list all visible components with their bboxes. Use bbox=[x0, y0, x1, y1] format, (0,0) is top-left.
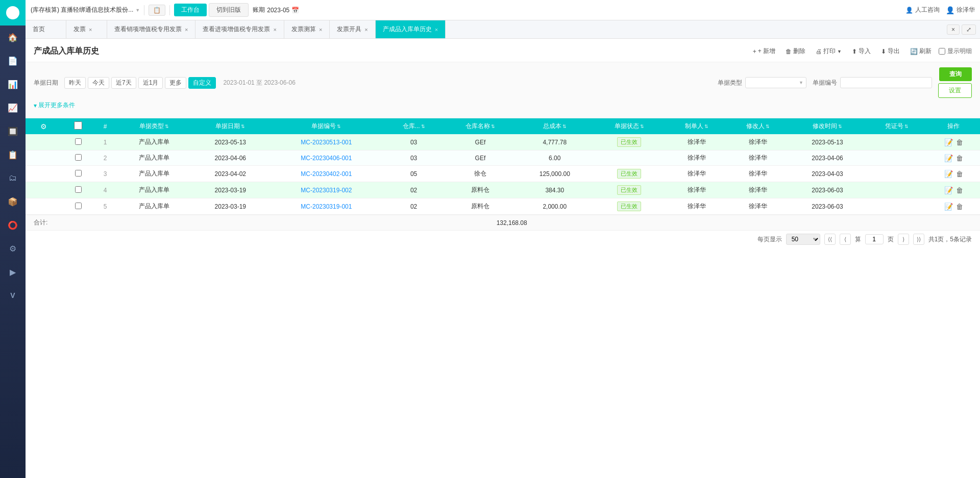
tab-sales-vat[interactable]: 查看销项增值税专用发票 × bbox=[107, 20, 195, 38]
new-button[interactable]: + + 新增 bbox=[750, 45, 778, 58]
col-modify-time[interactable]: 修改时间⇅ bbox=[789, 118, 866, 134]
sidebar-item-module9[interactable]: ⭕ bbox=[0, 213, 26, 237]
sidebar-item-module5[interactable]: 🔲 bbox=[0, 119, 26, 143]
col-modifier[interactable]: 修改人⇅ bbox=[727, 118, 789, 134]
sidebar-item-module12[interactable]: V bbox=[0, 284, 26, 307]
workspace-button[interactable]: 工作台 bbox=[174, 4, 207, 16]
col-type[interactable]: 单据类型⇅ bbox=[116, 118, 192, 134]
query-button[interactable]: 查询 bbox=[939, 67, 972, 81]
delete-row-icon[interactable]: 🗑 bbox=[956, 138, 963, 146]
row-checkbox[interactable] bbox=[75, 203, 82, 209]
col-status[interactable]: 单据状态⇅ bbox=[593, 118, 666, 134]
row-checkbox[interactable] bbox=[75, 154, 82, 161]
row-checkbox[interactable] bbox=[75, 186, 82, 193]
row-checkbox[interactable] bbox=[75, 138, 82, 145]
column-settings-button[interactable]: ⚙ bbox=[38, 122, 49, 131]
sidebar-item-doc[interactable]: 📄 bbox=[0, 49, 26, 72]
last-page-button[interactable]: ⟩⟩ bbox=[913, 234, 924, 245]
page-number-input[interactable] bbox=[865, 234, 884, 244]
date-btn-7days[interactable]: 近7天 bbox=[111, 77, 136, 89]
export-button[interactable]: ⬇ 导出 bbox=[878, 45, 903, 58]
period-selector[interactable]: 账期 2023-05 📅 bbox=[253, 6, 299, 14]
tab-product-inbound[interactable]: 产成品入库单历史 × bbox=[376, 20, 446, 38]
tab-invoice[interactable]: 发票 × bbox=[66, 20, 107, 38]
tab-invoice-open-close[interactable]: × bbox=[364, 27, 368, 33]
set-button[interactable]: 设置 bbox=[938, 83, 972, 98]
service-area[interactable]: 👤 人工咨询 bbox=[905, 6, 940, 14]
code-link[interactable]: MC-20230513-001 bbox=[301, 139, 352, 146]
expand-conditions-button[interactable]: ▾ 展开更多条件 bbox=[34, 101, 75, 110]
edit-icon[interactable]: 📝 bbox=[944, 203, 953, 211]
type-select[interactable]: 产品入库单 bbox=[745, 77, 806, 88]
col-date[interactable]: 单据日期⇅ bbox=[192, 118, 268, 134]
col-checkbox[interactable] bbox=[62, 118, 94, 134]
prev-page-button[interactable]: ⟨ bbox=[840, 234, 851, 245]
print-button[interactable]: 🖨 打印 ▼ bbox=[813, 45, 845, 58]
date-btn-custom[interactable]: 自定义 bbox=[188, 77, 216, 89]
expand-tabs-button[interactable]: ⤢ bbox=[962, 24, 976, 35]
cell-checkbox[interactable] bbox=[62, 134, 94, 150]
next-page-button[interactable]: ⟩ bbox=[898, 234, 909, 245]
delete-button[interactable]: 🗑 删除 bbox=[782, 45, 808, 58]
import-button[interactable]: ⬆ 导入 bbox=[849, 45, 874, 58]
refresh-button[interactable]: 🔄 刷新 bbox=[907, 45, 935, 58]
switch-old-button[interactable]: 切到旧版 bbox=[209, 3, 249, 17]
tab-invoice-calc[interactable]: 发票测算 × bbox=[284, 20, 330, 38]
col-voucher[interactable]: 凭证号⇅ bbox=[866, 118, 927, 134]
per-page-select[interactable]: 20 50 100 bbox=[786, 234, 820, 245]
sidebar-item-home[interactable]: 🏠 bbox=[0, 26, 26, 49]
row-checkbox[interactable] bbox=[75, 170, 82, 177]
cell-checkbox[interactable] bbox=[62, 166, 94, 182]
sidebar-item-module11[interactable]: ▶ bbox=[0, 260, 26, 284]
tab-invoice-open[interactable]: 发票开具 × bbox=[330, 20, 375, 38]
edit-icon[interactable]: 📝 bbox=[944, 138, 953, 146]
edit-icon[interactable]: 📝 bbox=[944, 186, 953, 194]
tab-invoice-calc-close[interactable]: × bbox=[319, 27, 322, 33]
show-detail-area[interactable]: 显示明细 bbox=[939, 47, 972, 56]
user-area[interactable]: 👤 徐泽华 bbox=[946, 6, 975, 14]
tab-product-inbound-close[interactable]: × bbox=[435, 27, 438, 33]
col-total-cost[interactable]: 总成本⇅ bbox=[517, 118, 593, 134]
show-detail-checkbox[interactable] bbox=[939, 48, 945, 55]
edit-icon[interactable]: 📝 bbox=[944, 154, 953, 162]
sidebar-item-chart[interactable]: 📊 bbox=[0, 72, 26, 96]
delete-row-icon[interactable]: 🗑 bbox=[956, 186, 963, 194]
col-settings[interactable]: ⚙ bbox=[26, 118, 62, 134]
tab-purchase-vat[interactable]: 查看进项增值税专用发票 × bbox=[195, 20, 284, 38]
date-btn-1month[interactable]: 近1月 bbox=[138, 77, 163, 89]
col-warehouse-name[interactable]: 仓库名称⇅ bbox=[444, 118, 517, 134]
cell-checkbox[interactable] bbox=[62, 198, 94, 215]
code-link[interactable]: MC-20230319-001 bbox=[301, 203, 352, 210]
doc-copy-button[interactable]: 📋 bbox=[149, 5, 165, 16]
col-code[interactable]: 单据编号⇅ bbox=[269, 118, 384, 134]
close-all-tabs-button[interactable]: × bbox=[947, 24, 960, 35]
date-btn-today[interactable]: 今天 bbox=[88, 77, 109, 89]
select-all-checkbox[interactable] bbox=[74, 121, 82, 130]
code-link[interactable]: MC-20230402-001 bbox=[301, 170, 352, 178]
delete-row-icon[interactable]: 🗑 bbox=[956, 154, 963, 162]
col-creator[interactable]: 制单人⇅ bbox=[666, 118, 728, 134]
col-warehouse-code[interactable]: 仓库...⇅ bbox=[384, 118, 444, 134]
sidebar-item-trend[interactable]: 📈 bbox=[0, 96, 26, 119]
company-selector[interactable]: (库存核算) 直播轻绑通信息技术股份... ▼ bbox=[31, 6, 140, 14]
tab-invoice-close[interactable]: × bbox=[89, 27, 92, 33]
tab-purchase-vat-close[interactable]: × bbox=[273, 27, 276, 33]
sidebar-item-module6[interactable]: 📋 bbox=[0, 143, 26, 166]
tab-sales-vat-close[interactable]: × bbox=[185, 27, 188, 33]
delete-row-icon[interactable]: 🗑 bbox=[956, 203, 963, 211]
cell-checkbox[interactable] bbox=[62, 182, 94, 198]
code-link[interactable]: MC-20230406-001 bbox=[301, 155, 352, 162]
sidebar-item-module10[interactable]: ⚙ bbox=[0, 237, 26, 260]
sidebar-item-module7[interactable]: 🗂 bbox=[0, 166, 26, 190]
cell-warehouse-name: 徐仓 bbox=[444, 166, 517, 182]
date-btn-more[interactable]: 更多 bbox=[165, 77, 186, 89]
code-link[interactable]: MC-20230319-002 bbox=[301, 187, 352, 194]
sidebar-item-module8[interactable]: 📦 bbox=[0, 190, 26, 213]
first-page-button[interactable]: ⟨⟨ bbox=[824, 234, 836, 245]
number-filter-input[interactable] bbox=[840, 77, 932, 88]
edit-icon[interactable]: 📝 bbox=[944, 170, 953, 178]
tab-home[interactable]: 首页 bbox=[26, 20, 66, 38]
date-btn-yesterday[interactable]: 昨天 bbox=[64, 77, 86, 89]
cell-checkbox[interactable] bbox=[62, 150, 94, 166]
delete-row-icon[interactable]: 🗑 bbox=[956, 170, 963, 178]
